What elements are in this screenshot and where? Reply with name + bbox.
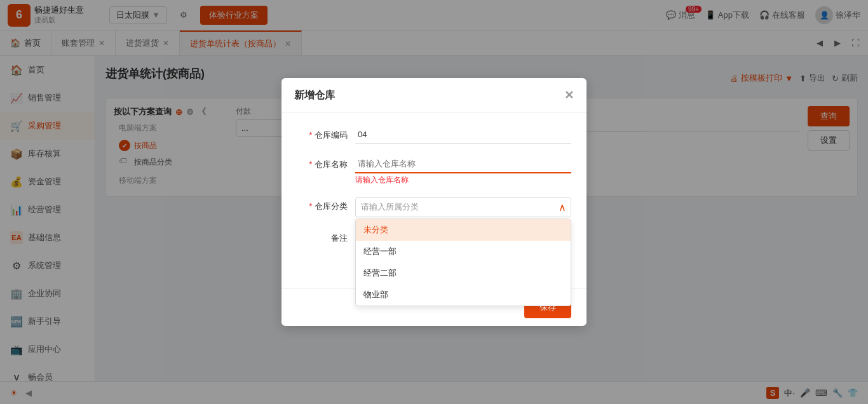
- form-row-name: 仓库名称 请输入仓库名称: [297, 155, 571, 185]
- modal-close-button[interactable]: ✕: [564, 88, 574, 102]
- name-field-wrap: 请输入仓库名称: [355, 155, 571, 185]
- code-input[interactable]: [355, 126, 571, 144]
- modal-header: 新增仓库 ✕: [281, 78, 587, 113]
- name-error-msg: 请输入仓库名称: [355, 175, 571, 185]
- dropdown-item-op2[interactable]: 经营二部: [356, 262, 571, 284]
- category-dropdown-list: 未分类 经营一部 经营二部 物业部: [355, 219, 571, 306]
- category-label: 仓库分类: [297, 197, 348, 212]
- name-input[interactable]: [355, 155, 571, 173]
- form-row-category: 仓库分类 请输入所属分类 ∧ 未分类 经营一部 经营二部 物业部: [297, 197, 571, 217]
- category-dropdown: 请输入所属分类 ∧ 未分类 经营一部 经营二部 物业部: [355, 197, 571, 217]
- category-arrow-icon: ∧: [559, 201, 566, 213]
- code-label: 仓库编码: [297, 126, 348, 141]
- modal-title: 新增仓库: [294, 89, 335, 102]
- category-input[interactable]: 请输入所属分类: [355, 197, 571, 217]
- modal-overlay[interactable]: 新增仓库 ✕ 仓库编码 仓库名称 请输入仓库名称 仓库分类: [0, 0, 868, 404]
- dropdown-item-op1[interactable]: 经营一部: [356, 241, 571, 262]
- dropdown-item-op3[interactable]: 物业部: [356, 284, 571, 306]
- add-warehouse-modal: 新增仓库 ✕ 仓库编码 仓库名称 请输入仓库名称 仓库分类: [281, 78, 587, 326]
- dropdown-item-none[interactable]: 未分类: [356, 219, 571, 241]
- form-row-code: 仓库编码: [297, 126, 571, 144]
- name-label: 仓库名称: [297, 155, 348, 170]
- remarks-label: 备注: [297, 229, 348, 244]
- modal-body: 仓库编码 仓库名称 请输入仓库名称 仓库分类 请输入所属分类 ∧: [281, 113, 587, 288]
